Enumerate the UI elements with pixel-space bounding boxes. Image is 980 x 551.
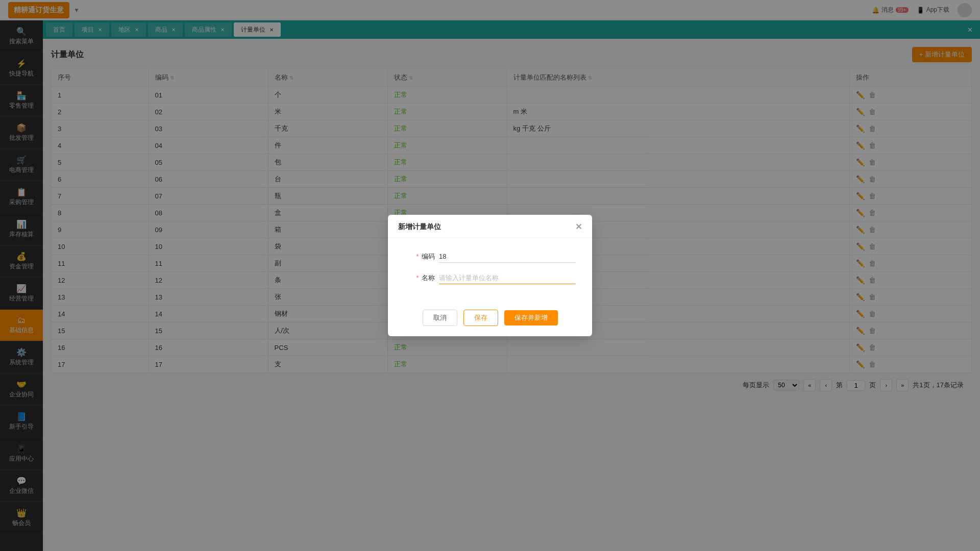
- modal-body: * 编码 * 名称: [388, 238, 592, 302]
- save-button[interactable]: 保存: [463, 310, 498, 326]
- name-label: * 名称: [404, 273, 435, 283]
- code-input[interactable]: [439, 251, 576, 263]
- name-form-row: * 名称: [404, 272, 576, 284]
- modal-overlay: 新增计量单位 ✕ * 编码 * 名称 取消 保存 保存并新增: [0, 0, 980, 551]
- modal-footer: 取消 保存 保存并新增: [388, 302, 592, 336]
- modal-header: 新增计量单位 ✕: [388, 215, 592, 238]
- cancel-button[interactable]: 取消: [423, 310, 457, 326]
- modal-title: 新增计量单位: [398, 222, 441, 232]
- code-form-row: * 编码: [404, 251, 576, 263]
- add-unit-modal: 新增计量单位 ✕ * 编码 * 名称 取消 保存 保存并新增: [388, 215, 592, 336]
- modal-close-button[interactable]: ✕: [575, 222, 582, 232]
- code-label: * 编码: [404, 252, 435, 261]
- name-input[interactable]: [439, 272, 576, 284]
- save-and-new-button[interactable]: 保存并新增: [504, 310, 558, 325]
